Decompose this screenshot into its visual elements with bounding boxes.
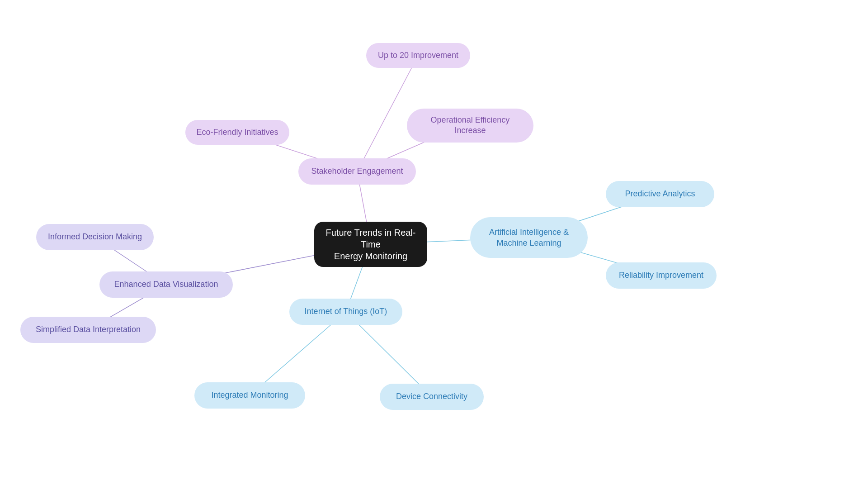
eco-friendly-node[interactable]: Eco-Friendly Initiatives	[185, 120, 289, 145]
ai-ml-node[interactable]: Artificial Intelligence & Machine Learni…	[470, 217, 588, 258]
device-connectivity-node[interactable]: Device Connectivity	[380, 384, 484, 410]
center-label: Future Trends in Real-TimeEnergy Monitor…	[325, 227, 416, 262]
enhanced-data-vis-node[interactable]: Enhanced Data Visualization	[99, 271, 233, 298]
predictive-analytics-node[interactable]: Predictive Analytics	[606, 181, 714, 207]
center-node[interactable]: Future Trends in Real-TimeEnergy Monitor…	[314, 222, 427, 267]
iot-node[interactable]: Internet of Things (IoT)	[289, 299, 402, 325]
eco-friendly-label: Eco-Friendly Initiatives	[196, 127, 278, 138]
stakeholder-engagement-node[interactable]: Stakeholder Engagement	[298, 158, 416, 185]
informed-decision-label: Informed Decision Making	[48, 232, 142, 242]
reliability-improvement-label: Reliability Improvement	[619, 270, 703, 281]
stakeholder-engagement-label: Stakeholder Engagement	[311, 166, 403, 176]
simplified-data-node[interactable]: Simplified Data Interpretation	[20, 317, 156, 343]
integrated-monitoring-label: Integrated Monitoring	[211, 390, 288, 400]
svg-line-1	[357, 56, 418, 172]
ai-ml-label: Artificial Intelligence & Machine Learni…	[481, 227, 577, 249]
up-to-20-node[interactable]: Up to 20 Improvement	[366, 43, 470, 68]
integrated-monitoring-node[interactable]: Integrated Monitoring	[194, 382, 305, 409]
enhanced-data-vis-label: Enhanced Data Visualization	[114, 279, 218, 290]
informed-decision-node[interactable]: Informed Decision Making	[36, 224, 154, 250]
operational-efficiency-node[interactable]: Operational Efficiency Increase	[407, 109, 533, 143]
reliability-improvement-node[interactable]: Reliability Improvement	[606, 262, 717, 289]
predictive-analytics-label: Predictive Analytics	[625, 189, 695, 199]
operational-efficiency-label: Operational Efficiency Increase	[418, 115, 523, 136]
up-to-20-label: Up to 20 Improvement	[378, 50, 458, 61]
simplified-data-label: Simplified Data Interpretation	[36, 324, 141, 335]
iot-label: Internet of Things (IoT)	[305, 306, 387, 317]
device-connectivity-label: Device Connectivity	[396, 391, 467, 402]
